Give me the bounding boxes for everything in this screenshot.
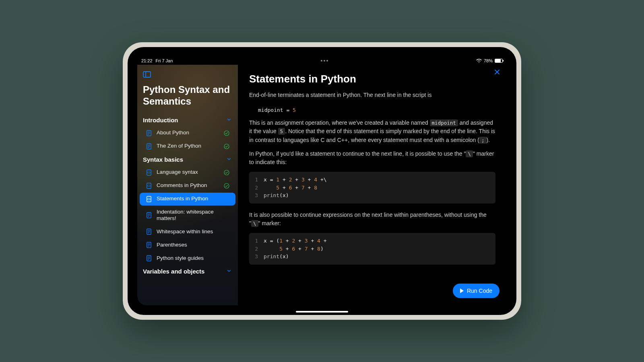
battery-percent: 78% [484,58,493,63]
inline-code: \ [251,220,258,227]
line-number: 3 [254,191,258,200]
code-line: x = (1 + 2 + 3 + 4 + [264,237,327,245]
paragraph: This is an assignment operation, where w… [249,119,495,145]
chevron-down-icon [226,116,232,124]
svg-rect-12 [147,170,151,175]
code-line: print(x) [264,191,289,200]
content-pane: Statements in Python End-of-line termina… [238,65,507,305]
course-title: Python Syntax and Semantics [137,84,238,114]
doc-icon [145,212,153,219]
sidebar-item[interactable]: Language syntax [140,166,235,179]
wifi-icon [476,59,482,63]
section-title: Syntax basics [143,156,183,163]
status-bar: 21:22 Fri 7 Jan 78% [137,57,507,65]
code-line: 5 + 6 + 7 + 8 [264,184,317,192]
code-block: 1x = (1 + 2 + 3 + 4 +2 5 + 6 + 7 + 8)3pr… [249,233,495,265]
code-icon [145,195,153,203]
sidebar-item[interactable]: Parentheses [140,239,235,251]
sidebar: Python Syntax and Semantics Introduction… [137,65,238,305]
sidebar-item[interactable]: About Python [140,127,235,140]
play-icon [460,288,464,293]
sidebar-item[interactable]: Comments in Python [140,179,235,192]
status-time: 21:22 [141,58,153,63]
check-icon [223,143,230,150]
line-number: 1 [254,237,258,245]
check-icon [223,183,230,189]
inline-code: 5 [278,128,285,135]
doc-icon [145,255,153,262]
sidebar-item[interactable]: Indentation: whitespace matters! [140,206,235,225]
svg-point-6 [224,131,229,136]
doc-icon [145,143,153,150]
paragraph: End-of-line terminates a statement in Py… [249,91,495,100]
svg-rect-14 [147,183,151,189]
section-title: Introduction [143,117,178,123]
sidebar-item-label: Parentheses [157,242,230,249]
app-screen: 21:22 Fri 7 Jan 78% Python Syntax [137,57,507,305]
close-button[interactable] [491,66,503,78]
doc-icon [145,241,153,249]
sidebar-item-label: Statements in Python [157,195,230,202]
run-code-label: Run Code [467,288,492,294]
svg-point-15 [224,183,229,188]
svg-point-11 [224,144,229,149]
multitasking-dots[interactable] [321,60,328,62]
sidebar-item-label: About Python [157,130,219,136]
check-icon [223,169,230,176]
ipad-bezel: 21:22 Fri 7 Jan 78% Python Syntax [128,47,516,315]
sidebar-item-label: Comments in Python [157,182,219,189]
section-header[interactable]: Syntax basics [137,153,238,166]
paragraph: In Python, if you'd like a statement to … [249,150,495,167]
sidebar-item-label: Language syntax [157,169,219,176]
sidebar-toggle-button[interactable] [142,70,152,79]
inline-code: midpoint [430,119,458,126]
sidebar-item[interactable]: Python style guides [140,252,235,265]
code-block: 1x = 1 + 2 + 3 + 4 +\2 5 + 6 + 7 + 83pri… [249,172,495,204]
page-title: Statements in Python [249,66,495,91]
code-icon [145,182,153,189]
line-number: 2 [254,184,258,192]
code-icon [145,169,153,176]
svg-rect-0 [143,72,151,77]
sidebar-item[interactable]: The Zen of Python [140,140,235,153]
svg-point-13 [224,170,229,175]
sidebar-item-label: The Zen of Python [157,143,219,150]
sidebar-item[interactable]: Whitespace within lines [140,225,235,238]
run-code-button[interactable]: Run Code [453,284,500,298]
sidebar-item-label: Indentation: whitespace matters! [157,209,230,222]
inline-code-line: midpoint = 5 [249,105,495,119]
sidebar-item-label: Python style guides [157,255,230,262]
inline-code: \ [466,150,473,157]
chevron-down-icon [226,156,232,163]
check-icon [223,130,230,136]
code-line: x = 1 + 2 + 3 + 4 +\ [264,176,327,184]
battery-icon [495,59,503,63]
chevron-down-icon [226,267,232,275]
line-number: 3 [254,253,258,261]
status-date: Fri 7 Jan [156,58,173,63]
sidebar-item-label: Whitespace within lines [157,228,230,235]
sidebar-item[interactable]: Statements in Python [140,193,235,206]
doc-icon [145,228,153,235]
paragraph: It is also possible to continue expressi… [249,211,495,228]
doc-icon [145,130,153,137]
line-number: 1 [254,176,258,184]
svg-rect-16 [147,196,151,202]
inline-code: ; [479,137,487,144]
code-line: print(x) [264,253,289,261]
line-number: 2 [254,245,258,253]
code-line: 5 + 6 + 7 + 8) [264,245,324,253]
section-header[interactable]: Variables and objects [137,265,238,278]
section-header[interactable]: Introduction [137,114,238,126]
ipad-device-frame: 21:22 Fri 7 Jan 78% Python Syntax [123,42,521,320]
section-title: Variables and objects [143,268,204,275]
